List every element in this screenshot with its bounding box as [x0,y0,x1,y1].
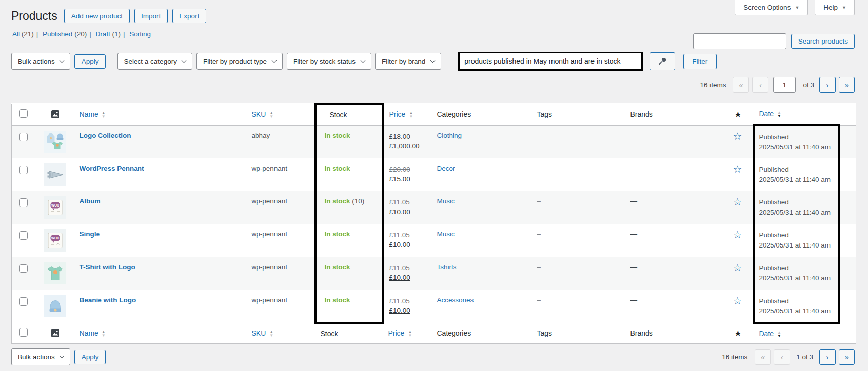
sort-by-price[interactable]: Price [389,110,406,118]
thumbnail-pennant [44,163,66,186]
product-thumbnail[interactable] [44,262,66,284]
sort-by-price[interactable]: Price [388,329,405,337]
product-category-link[interactable]: Decor [437,164,455,172]
search-input[interactable] [693,33,786,49]
sort-by-name[interactable]: Name [80,329,98,337]
current-page-input[interactable]: 1 [773,77,796,93]
ai-query-input[interactable] [460,57,641,65]
date-status: Published [759,164,836,175]
product-type-filter-select[interactable]: Filter by product type [196,53,283,70]
import-button[interactable]: Import [134,9,168,23]
products-tbody: Logo Collection abhay In stock £18.00 – … [12,125,856,323]
product-name-link[interactable]: Album [80,197,101,205]
price-line1: £11.05 [389,263,427,273]
export-button[interactable]: Export [172,9,206,23]
featured-toggle-star[interactable] [733,262,742,273]
product-thumbnail[interactable] [44,295,66,317]
last-page-button[interactable]: » [839,77,855,93]
row-checkbox[interactable] [19,231,28,240]
featured-toggle-star[interactable] [733,131,742,142]
product-name-link[interactable]: WordPress Pennant [80,164,144,172]
product-sku: wp-pennant [252,164,288,172]
brand-filter-select[interactable]: Filter by brand [375,53,441,70]
view-published-link[interactable]: Published [43,30,72,38]
row-checkbox[interactable] [19,264,28,273]
last-page-button[interactable]: » [839,349,855,365]
date-value: 2025/05/31 at 11:40 am [759,240,836,251]
help-button[interactable]: Help ▼ [815,0,855,15]
stock-status: In stock [325,263,350,271]
filters-toolbar: Bulk actions Apply Select a category Fil… [11,52,868,70]
product-category-link[interactable]: Clothing [437,132,462,139]
apply-button[interactable]: Apply [74,54,106,69]
view-all-link[interactable]: All [12,30,20,38]
add-new-product-button[interactable]: Add new product [64,9,130,23]
price-line2: £15.00 [389,174,427,184]
screen-options-button[interactable]: Screen Options ▼ [735,0,808,15]
product-name-link[interactable]: Single [80,230,100,238]
product-row: WOO Single wp-pennant In stock £11.05 £1… [12,224,856,257]
chevron-down-icon [181,58,186,63]
view-published-count: (20) [74,30,87,38]
previous-page-button[interactable]: ‹ [774,349,790,365]
view-draft-link[interactable]: Draft [95,30,110,38]
product-category-link[interactable]: Tshirts [437,263,457,271]
product-name-link[interactable]: T-Shirt with Logo [80,263,135,271]
stock-status-filter-select[interactable]: Filter by stock status [287,53,371,70]
row-checkbox[interactable] [19,133,28,141]
sort-by-date[interactable]: Date [759,110,774,118]
next-page-button[interactable]: › [819,349,836,365]
product-category-link[interactable]: Music [437,230,455,238]
first-page-button[interactable]: « [733,77,749,93]
previous-page-button[interactable]: ‹ [752,77,768,93]
sort-by-name[interactable]: Name [80,110,98,118]
select-all-checkbox[interactable] [19,328,28,337]
stock-status: In stock [325,230,350,238]
sort-by-date[interactable]: Date [759,329,774,338]
select-all-checkbox[interactable] [19,109,28,118]
first-page-button[interactable]: « [755,349,771,365]
chevron-down-icon [361,58,366,63]
sort-by-sku[interactable]: SKU [252,110,266,118]
date-value: 2025/05/31 at 11:40 am [759,142,836,152]
product-brands: — [630,197,638,205]
row-checkbox[interactable] [19,166,28,174]
product-sku: wp-pennant [252,230,288,238]
product-thumbnail[interactable]: WOO [44,196,66,219]
featured-toggle-star[interactable] [733,295,742,306]
price-line1: £11.05 [389,296,427,306]
view-sorting-link[interactable]: Sorting [129,30,151,38]
thumbnail-logo-collection [44,131,66,153]
page-range-label: 1 of 3 [796,353,813,361]
bulk-actions-select[interactable]: Bulk actions [11,53,70,70]
featured-toggle-star[interactable] [733,163,742,175]
row-checkbox[interactable] [19,198,28,207]
pagination-bottom: 16 items « ‹ 1 of 3 › » [722,349,855,365]
product-tags: – [537,197,541,205]
chevron-down-icon [59,353,64,358]
date-value: 2025/05/31 at 11:40 am [759,273,836,283]
featured-toggle-star[interactable] [733,196,742,208]
category-filter-select[interactable]: Select a category [117,53,192,70]
product-name-link[interactable]: Logo Collection [80,132,131,139]
sort-by-sku[interactable]: SKU [252,329,266,337]
product-sku: wp-pennant [252,263,288,271]
product-thumbnail[interactable] [44,163,66,186]
search-products-button[interactable]: Search products [791,34,855,49]
product-name-link[interactable]: Beanie with Logo [80,296,136,304]
product-thumbnail[interactable] [44,131,66,153]
product-thumbnail[interactable]: WOO [44,229,66,252]
featured-toggle-star[interactable] [733,229,742,240]
price-line2: £10.00 [389,207,427,217]
bulk-actions-select-bottom[interactable]: Bulk actions [11,348,70,365]
total-pages-label: of 3 [803,81,814,89]
row-checkbox[interactable] [19,297,28,306]
next-page-button[interactable]: › [819,77,836,93]
price-line2: £10.00 [389,306,427,315]
apply-button-bottom[interactable]: Apply [74,350,106,364]
product-category-link[interactable]: Accessories [437,296,474,304]
product-category-link[interactable]: Music [437,197,455,205]
voice-search-button[interactable] [650,52,675,70]
product-row: WordPress Pennant wp-pennant In stock £2… [12,158,856,191]
filter-button[interactable]: Filter [683,54,717,69]
